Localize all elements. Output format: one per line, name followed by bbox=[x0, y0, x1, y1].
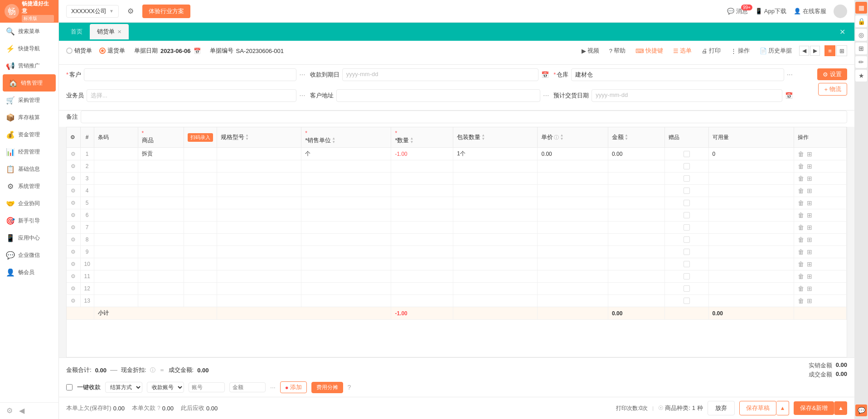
one-click-pay-checkbox[interactable] bbox=[66, 384, 73, 390]
cell-barcode-12[interactable] bbox=[94, 295, 138, 307]
cell-qty-9[interactable] bbox=[391, 258, 453, 270]
cell-amount-5[interactable] bbox=[608, 209, 664, 222]
cell-product-12[interactable] bbox=[138, 295, 184, 307]
cell-spec-12[interactable] bbox=[217, 295, 301, 307]
date-calendar-icon[interactable]: 📅 bbox=[194, 48, 201, 54]
cell-qty-7[interactable] bbox=[391, 234, 453, 246]
copy-icon-2[interactable]: ⊞ bbox=[807, 175, 812, 182]
cell-price-3[interactable] bbox=[538, 185, 608, 197]
cell-barcode-7[interactable] bbox=[94, 234, 138, 246]
toolbar-history-btn[interactable]: 📄 历史单据 bbox=[757, 45, 795, 56]
cell-product-2[interactable] bbox=[138, 173, 184, 185]
toolbar-video-btn[interactable]: ▶ 视频 bbox=[579, 45, 602, 56]
cell-gift-10[interactable] bbox=[664, 270, 708, 283]
sidebar-item-apps[interactable]: 📱 应用中心 bbox=[0, 229, 58, 246]
delete-icon-10[interactable]: 🗑 bbox=[798, 273, 804, 280]
cell-unit-0[interactable]: 个 bbox=[301, 148, 391, 160]
customer-address-input[interactable] bbox=[336, 89, 540, 102]
cell-product-9[interactable] bbox=[138, 258, 184, 270]
warehouse-input[interactable]: 建材仓 bbox=[571, 68, 784, 81]
right-panel-btn-1[interactable]: ▦ bbox=[855, 2, 867, 14]
account-select[interactable]: 收款账号 bbox=[147, 382, 184, 393]
scan-button[interactable]: 扫码录入 bbox=[188, 133, 213, 142]
cell-spec-9[interactable] bbox=[217, 258, 301, 270]
radio-return[interactable]: 退货单 bbox=[99, 47, 125, 55]
delete-icon-8[interactable]: 🗑 bbox=[798, 248, 804, 255]
cell-qty-12[interactable] bbox=[391, 295, 453, 307]
sidebar-item-purchase[interactable]: 🛒 采购管理 bbox=[0, 92, 58, 109]
copy-icon-8[interactable]: ⊞ bbox=[807, 248, 812, 255]
copy-icon-5[interactable]: ⊞ bbox=[807, 212, 812, 219]
copy-icon-0[interactable]: ⊞ bbox=[807, 150, 812, 158]
sidebar-item-guide[interactable]: 🎯 新手引导 bbox=[0, 212, 58, 229]
cell-spec-5[interactable] bbox=[217, 209, 301, 222]
expected-delivery-input[interactable]: yyyy-mm-dd bbox=[592, 89, 782, 102]
copy-icon-6[interactable]: ⊞ bbox=[807, 224, 812, 231]
payment-method-select[interactable]: 结算方式 bbox=[105, 382, 142, 393]
right-panel-btn-2[interactable]: 🔒 bbox=[855, 15, 867, 27]
cell-price-9[interactable] bbox=[538, 258, 608, 270]
cell-qty-8[interactable] bbox=[391, 246, 453, 258]
cell-amount-9[interactable] bbox=[608, 258, 664, 270]
remark-input[interactable] bbox=[81, 111, 847, 123]
copy-icon-1[interactable]: ⊞ bbox=[807, 163, 812, 170]
cell-barcode-2[interactable] bbox=[94, 173, 138, 185]
salesperson-input[interactable]: 选择... bbox=[87, 89, 296, 102]
cell-barcode-0[interactable] bbox=[94, 148, 138, 160]
cell-price-0[interactable]: 0.00 bbox=[538, 148, 608, 160]
cell-pkg-qty-10[interactable] bbox=[453, 270, 538, 283]
cell-unit-5[interactable] bbox=[301, 209, 391, 222]
cell-amount-10[interactable] bbox=[608, 270, 664, 283]
sidebar-item-basic[interactable]: 📋 基础信息 bbox=[0, 160, 58, 178]
cell-product-10[interactable] bbox=[138, 270, 184, 283]
save-new-arrow[interactable]: ▲ bbox=[834, 401, 847, 415]
cell-gift-8[interactable] bbox=[664, 246, 708, 258]
address-dots-icon[interactable]: ··· bbox=[543, 92, 549, 100]
company-selector[interactable]: XXXXXX公司 ▼ bbox=[66, 5, 119, 18]
cell-price-8[interactable] bbox=[538, 246, 608, 258]
cell-gift-0[interactable] bbox=[664, 148, 708, 160]
cell-unit-12[interactable] bbox=[301, 295, 391, 307]
cell-spec-7[interactable] bbox=[217, 234, 301, 246]
cell-amount-6[interactable] bbox=[608, 222, 664, 234]
sidebar-item-inventory[interactable]: 📦 库存核算 bbox=[0, 109, 58, 126]
cell-barcode-10[interactable] bbox=[94, 270, 138, 283]
save-draft-arrow[interactable]: ▲ bbox=[776, 401, 790, 415]
sidebar-item-sales[interactable]: 🏠 销售管理 bbox=[3, 74, 56, 92]
cell-amount-8[interactable] bbox=[608, 246, 664, 258]
cell-price-1[interactable] bbox=[538, 160, 608, 173]
cell-gift-11[interactable] bbox=[664, 283, 708, 295]
cell-price-6[interactable] bbox=[538, 222, 608, 234]
cell-amount-3[interactable] bbox=[608, 185, 664, 197]
cell-pkg-qty-3[interactable] bbox=[453, 185, 538, 197]
cell-pkg-qty-5[interactable] bbox=[453, 209, 538, 222]
toolbar-print-btn[interactable]: 🖨 打印 bbox=[699, 45, 723, 56]
delete-icon-12[interactable]: 🗑 bbox=[798, 297, 804, 304]
cell-pkg-qty-12[interactable] bbox=[453, 295, 538, 307]
gift-checkbox-1[interactable] bbox=[684, 163, 690, 169]
cell-spec-1[interactable] bbox=[217, 160, 301, 173]
cell-unit-6[interactable] bbox=[301, 222, 391, 234]
split-button[interactable]: 费用分摊 bbox=[311, 382, 343, 393]
view-grid-btn[interactable]: ⊞ bbox=[836, 45, 847, 56]
gift-checkbox-10[interactable] bbox=[684, 273, 690, 279]
cell-spec-8[interactable] bbox=[217, 246, 301, 258]
cell-unit-2[interactable] bbox=[301, 173, 391, 185]
trial-button[interactable]: 体验行业方案 bbox=[142, 5, 190, 18]
copy-icon-9[interactable]: ⊞ bbox=[807, 260, 812, 268]
gift-checkbox-9[interactable] bbox=[684, 261, 690, 267]
right-panel-btn-4[interactable]: ⊞ bbox=[855, 43, 867, 54]
cell-qty-2[interactable] bbox=[391, 173, 453, 185]
cell-qty-5[interactable] bbox=[391, 209, 453, 222]
cell-gift-6[interactable] bbox=[664, 222, 708, 234]
sidebar-item-operations[interactable]: 📊 经营管理 bbox=[0, 143, 58, 160]
toolbar-operation-btn[interactable]: ⋮ 操作 bbox=[728, 45, 752, 56]
payment-dots-icon[interactable]: ··· bbox=[270, 384, 276, 391]
user-avatar[interactable] bbox=[834, 5, 847, 18]
cell-spec-11[interactable] bbox=[217, 283, 301, 295]
tab-close-icon[interactable]: ✕ bbox=[117, 29, 121, 35]
copy-icon-11[interactable]: ⊞ bbox=[807, 285, 812, 292]
cell-product-6[interactable] bbox=[138, 222, 184, 234]
cell-gift-9[interactable] bbox=[664, 258, 708, 270]
cell-spec-10[interactable] bbox=[217, 270, 301, 283]
